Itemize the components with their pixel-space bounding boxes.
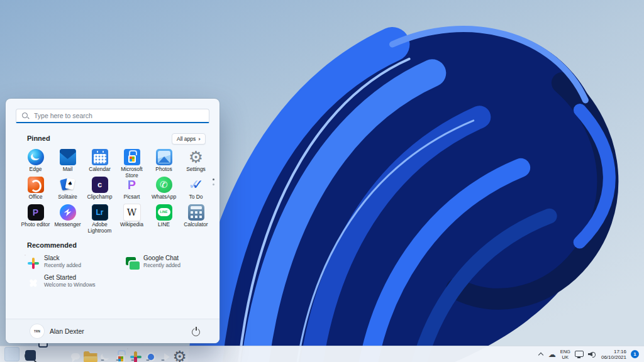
volume-icon[interactable] — [588, 351, 597, 358]
whatsapp-icon — [156, 177, 172, 193]
tray-time: 17:16 — [614, 349, 626, 354]
recommended-item-slack[interactable]: Slack Recently added — [25, 255, 119, 268]
file-explorer-button[interactable] — [80, 347, 95, 361]
messenger-icon — [60, 204, 76, 221]
pinned-page-indicator[interactable] — [213, 178, 214, 185]
pinned-app-office[interactable]: Office — [19, 177, 52, 204]
chat-button[interactable] — [65, 347, 80, 361]
wikipedia-icon — [124, 204, 140, 221]
pinned-app-photos[interactable]: Photos — [148, 149, 180, 177]
mail-icon — [60, 149, 76, 165]
edge-icon — [28, 149, 44, 165]
notification-badge[interactable]: 1 — [631, 350, 639, 358]
taskbar-media-app-button[interactable] — [155, 347, 170, 361]
page-dot[interactable] — [213, 184, 214, 185]
all-apps-button[interactable]: All apps — [172, 133, 206, 145]
to-do-check-icon — [188, 177, 204, 193]
tray-overflow-chevron-icon[interactable] — [538, 351, 544, 357]
power-icon[interactable] — [191, 327, 201, 336]
system-tray: ENG UK 17:16 06/10/2021 1 — [538, 349, 644, 360]
start-menu-panel: Pinned All apps Edge Mail Calendar Micro… — [6, 99, 219, 343]
pinned-app-mail[interactable]: Mail — [52, 149, 84, 177]
picsart-icon — [124, 177, 140, 193]
taskbar-buttons — [0, 347, 186, 361]
clipchamp-icon — [92, 177, 108, 193]
all-apps-label: All apps — [177, 136, 196, 142]
calculator-icon — [188, 204, 204, 221]
clock[interactable]: 17:16 06/10/2021 — [601, 349, 626, 360]
pinned-section-header: Pinned — [27, 134, 50, 142]
line-icon — [156, 204, 172, 221]
pinned-app-adobe-lightroom[interactable]: Adobe Lightroom — [84, 204, 116, 232]
onedrive-cloud-icon[interactable] — [548, 351, 556, 358]
pinned-app-wikipedia[interactable]: Wikipedia — [116, 204, 148, 232]
language-indicator[interactable]: ENG UK — [560, 349, 570, 360]
user-name[interactable]: Alan Dexter — [50, 327, 191, 335]
pinned-app-picsart[interactable]: Picsart — [116, 177, 148, 204]
photos-icon — [156, 149, 172, 165]
page-dot-active[interactable] — [213, 178, 214, 180]
task-view-button[interactable] — [35, 347, 50, 361]
taskbar-edge-button[interactable] — [95, 347, 110, 361]
pinned-app-settings[interactable]: Settings — [180, 149, 212, 177]
pinned-app-solitaire[interactable]: Solitaire — [52, 177, 84, 204]
chevron-right-icon — [198, 136, 201, 142]
desktop-screen: Pinned All apps Edge Mail Calendar Micro… — [0, 0, 644, 362]
taskbar-store-button[interactable] — [110, 347, 125, 361]
start-search-input[interactable] — [33, 111, 204, 120]
settings-gear-icon — [188, 149, 204, 165]
network-icon[interactable] — [575, 351, 584, 358]
tray-date: 06/10/2021 — [601, 354, 626, 360]
microsoft-store-icon — [124, 149, 140, 165]
recommended-section-header: Recommended — [27, 241, 77, 249]
pinned-apps-grid: Edge Mail Calendar Microsoft Store Photo… — [19, 149, 212, 232]
pinned-app-clipchamp[interactable]: Clipchamp — [84, 177, 116, 204]
solitaire-icon — [60, 177, 76, 193]
start-search-box[interactable] — [16, 109, 209, 123]
pinned-app-messenger[interactable]: Messenger — [52, 204, 84, 232]
search-icon — [21, 112, 29, 119]
calendar-icon — [92, 149, 108, 165]
pinned-app-photo-editor[interactable]: Photo editor — [19, 204, 52, 232]
photo-editor-icon — [28, 204, 44, 221]
recommended-item-get-started[interactable]: Get Started Welcome to Windows — [25, 274, 119, 288]
office-icon — [28, 177, 44, 193]
pinned-app-to-do[interactable]: To Do — [180, 177, 212, 204]
taskbar-settings-button[interactable] — [170, 347, 186, 361]
adobe-lightroom-icon — [92, 204, 108, 221]
taskbar-chrome-button[interactable] — [140, 347, 155, 361]
recommended-item-google-chat[interactable]: Google Chat Recently added — [125, 255, 219, 268]
taskbar-slack-button[interactable] — [125, 347, 140, 361]
pinned-app-whatsapp[interactable]: WhatsApp — [148, 177, 180, 204]
user-avatar[interactable]: TRN — [30, 324, 44, 338]
taskbar: ENG UK 17:16 06/10/2021 1 — [0, 346, 644, 362]
pinned-app-edge[interactable]: Edge — [19, 149, 52, 177]
pinned-app-line[interactable]: LINE — [148, 204, 180, 232]
pinned-app-microsoft-store[interactable]: Microsoft Store — [116, 149, 148, 177]
start-button[interactable] — [4, 347, 19, 361]
start-menu-footer: TRN Alan Dexter — [6, 319, 219, 343]
pinned-app-calculator[interactable]: Calculator — [180, 204, 212, 232]
pinned-app-calendar[interactable]: Calendar — [84, 149, 116, 177]
widgets-button[interactable] — [50, 347, 65, 361]
